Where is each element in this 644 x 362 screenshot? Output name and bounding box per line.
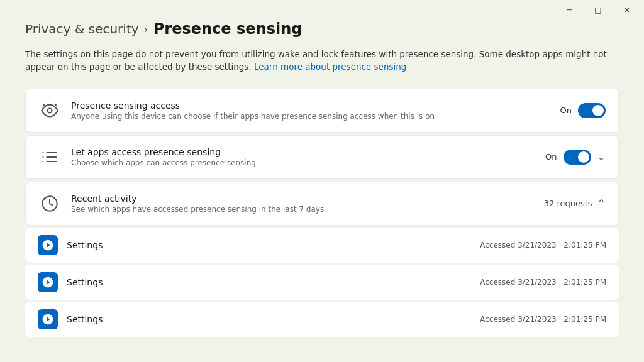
- recent-activity-chevron-up-icon[interactable]: ⌃: [597, 197, 606, 209]
- let-apps-access-title: Let apps access presence sensing: [71, 147, 535, 157]
- activity-item-1: Settings Accessed 3/21/2023 | 2:01:25 PM: [25, 264, 619, 300]
- titlebar: ─ □ ✕: [555, 0, 644, 20]
- let-apps-icon: [38, 146, 61, 168]
- presence-sensing-toggle-label: On: [560, 106, 572, 115]
- settings-app-icon-0: [38, 235, 58, 255]
- activity-app-name-2: Settings: [67, 314, 471, 324]
- presence-sensing-toggle[interactable]: [578, 103, 606, 118]
- learn-more-link[interactable]: Learn more about presence sensing: [254, 62, 406, 72]
- recent-activity-controls: 32 requests ⌃: [544, 197, 606, 209]
- presence-sensing-icon: [38, 99, 61, 122]
- activity-access-time-2: Accessed 3/21/2023 | 2:01:25 PM: [480, 315, 606, 324]
- let-apps-access-text: Let apps access presence sensing Choose …: [71, 147, 535, 167]
- presence-sensing-access-text: Presence sensing access Anyone using thi…: [71, 101, 550, 121]
- svg-line-1: [43, 104, 45, 105]
- let-apps-toggle-label: On: [545, 152, 557, 162]
- recent-activity-header: Recent activity See which apps have acce…: [26, 182, 618, 225]
- breadcrumb-separator: ›: [144, 23, 148, 36]
- presence-sensing-access-card: Presence sensing access Anyone using thi…: [25, 89, 619, 133]
- let-apps-toggle[interactable]: [564, 150, 591, 165]
- recent-activity-text: Recent activity See which apps have acce…: [71, 194, 534, 214]
- activity-app-name-0: Settings: [67, 240, 471, 250]
- let-apps-access-controls: On ⌄: [545, 150, 606, 165]
- page-title: Presence sensing: [153, 20, 303, 38]
- recent-activity-card: Recent activity See which apps have acce…: [25, 182, 619, 226]
- activity-item-2: Settings Accessed 3/21/2023 | 2:01:25 PM: [25, 301, 619, 337]
- breadcrumb: Privacy & security › Presence sensing: [25, 20, 619, 38]
- main-content: Privacy & security › Presence sensing Th…: [0, 0, 644, 351]
- recent-activity-title: Recent activity: [71, 194, 534, 204]
- presence-sensing-access-subtitle: Anyone using this device can choose if t…: [71, 112, 550, 121]
- close-button[interactable]: ✕: [613, 0, 641, 20]
- settings-app-icon-2: [38, 309, 58, 329]
- presence-sensing-access-title: Presence sensing access: [71, 101, 550, 111]
- activity-app-name-1: Settings: [67, 277, 471, 287]
- activity-access-time-1: Accessed 3/21/2023 | 2:01:25 PM: [480, 278, 606, 287]
- activity-access-time-0: Accessed 3/21/2023 | 2:01:25 PM: [480, 241, 606, 250]
- maximize-button[interactable]: □: [584, 0, 613, 20]
- activity-item-0: Settings Accessed 3/21/2023 | 2:01:25 PM: [25, 227, 619, 263]
- recent-activity-icon: [38, 192, 61, 215]
- breadcrumb-parent[interactable]: Privacy & security: [25, 21, 139, 36]
- svg-point-0: [48, 108, 52, 112]
- requests-count: 32 requests: [544, 199, 592, 208]
- recent-activity-subtitle: See which apps have accessed presence se…: [71, 205, 534, 214]
- minimize-button[interactable]: ─: [555, 0, 584, 20]
- let-apps-access-subtitle: Choose which apps can access presence se…: [71, 158, 535, 167]
- let-apps-chevron-down-icon[interactable]: ⌄: [597, 151, 606, 163]
- presence-sensing-access-controls: On: [560, 103, 606, 118]
- svg-line-2: [55, 104, 56, 105]
- let-apps-access-card: Let apps access presence sensing Choose …: [25, 135, 619, 179]
- settings-app-icon-1: [38, 272, 58, 292]
- page-description: The settings on this page do not prevent…: [25, 48, 619, 74]
